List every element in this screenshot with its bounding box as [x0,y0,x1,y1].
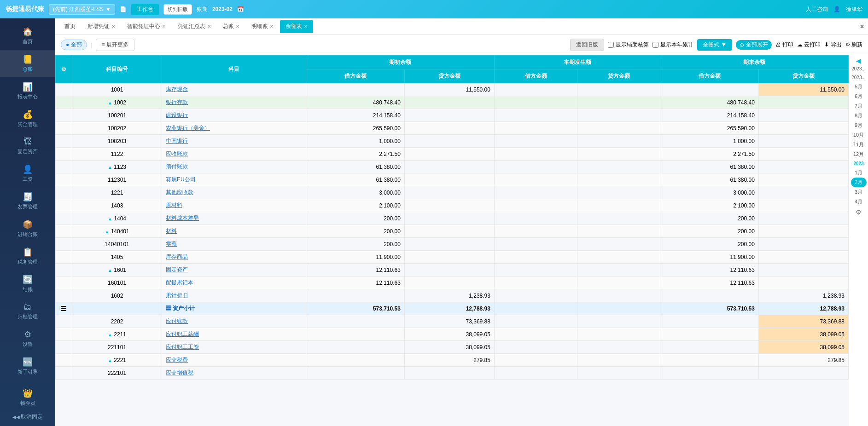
th-settings[interactable]: ⚙ [56,56,72,83]
row-settings[interactable] [56,264,72,276]
print-button[interactable]: 🖨 打印 [775,41,793,49]
sidebar-item-guide[interactable]: 🆕 新手引导 [0,352,55,380]
row-settings[interactable] [56,315,72,328]
close-tab-voucher-summary[interactable]: ✕ [207,24,211,29]
panel-expand-icon[interactable]: ◀ [856,57,861,64]
tab-balance-sheet[interactable]: 余额表 ✕ [280,20,313,33]
row-name[interactable]: 预付账款 [162,161,306,173]
sidebar-item-fixed-assets[interactable]: 🏗 固定资产 [0,132,55,160]
row-settings[interactable] [56,251,72,264]
export-button[interactable]: ⬇ 导出 [824,41,841,49]
all-filter-tag[interactable]: ● 全部 [61,40,87,50]
month-9[interactable]: 9月 [851,121,867,130]
row-name[interactable]: 原材料 [162,199,306,212]
sidebar-item-funds[interactable]: 💰 资金管理 [0,105,55,132]
refresh-button[interactable]: ↻ 刷新 [845,41,862,49]
month-11[interactable]: 11月 [851,140,867,150]
calendar-icon[interactable]: 📅 [237,6,244,12]
row-name[interactable]: 中国银行 [162,135,306,148]
month-6[interactable]: 6月 [851,92,867,101]
month-4[interactable]: 4月 [851,197,867,207]
month-7[interactable]: 7月 [851,101,867,111]
sidebar-item-tax[interactable]: 📋 税务管理 [0,242,55,270]
row-settings[interactable] [56,135,72,148]
back-old-button[interactable]: 返回旧版 [570,39,604,51]
row-settings[interactable]: ☰ [56,302,72,315]
row-name[interactable]: 银行存款 [162,96,306,109]
tab-smart-voucher[interactable]: 智能凭证中心 ✕ [122,20,171,33]
sidebar-item-settlement[interactable]: 🔄 结账 [0,270,55,298]
window-close-button[interactable]: ✕ [860,23,864,30]
user-avatar[interactable]: 👤 [833,6,840,12]
row-settings[interactable] [56,96,72,109]
month-2[interactable]: 2月 [851,178,867,187]
row-settings[interactable] [56,225,72,238]
row-name[interactable]: 雯蕙 [162,238,306,251]
row-settings[interactable] [56,354,72,367]
sidebar-item-payroll[interactable]: 👤 工资 [0,160,55,187]
month-8[interactable]: 8月 [851,111,867,121]
row-settings[interactable] [56,341,72,354]
row-name[interactable]: 应交税费 [162,354,306,367]
tab-new-voucher[interactable]: 新增凭证 ✕ [82,20,121,33]
row-settings[interactable] [56,212,72,225]
show-annual-total-checkbox[interactable] [652,42,658,48]
row-name[interactable]: 累计折旧 [162,289,306,302]
switch-old-button[interactable]: 切到旧版 [163,4,192,15]
company-selector[interactable]: (先前) 江西股圣-LSS ▼ [49,4,115,15]
row-name[interactable]: 材料 [162,225,306,238]
cloud-print-button[interactable]: ☁ 云打印 [797,41,821,49]
doc-icon[interactable]: 📄 [120,6,127,12]
month-10[interactable]: 10月 [851,130,867,140]
row-name[interactable]: 配提累记本 [162,276,306,289]
sidebar-item-settings[interactable]: ⚙ 设置 [0,325,55,352]
close-tab-new-voucher[interactable]: ✕ [111,24,115,29]
row-name[interactable]: 固定资产 [162,264,306,276]
month-12[interactable]: 12月 [851,150,867,159]
month-1[interactable]: 1月 [851,168,867,178]
row-name[interactable]: 应付职工薪酬 [162,328,306,341]
row-name[interactable]: 其他应收款 [162,186,306,199]
close-tab-ledger[interactable]: ✕ [236,24,239,29]
close-tab-balance-sheet[interactable]: ✕ [304,24,308,29]
row-name[interactable]: 赛属EU公司 [162,173,306,186]
row-settings[interactable] [56,238,72,251]
row-name[interactable]: 农业银行（美金） [162,122,306,135]
sidebar-item-invoice[interactable]: 🧾 发票管理 [0,187,55,215]
sidebar-item-home[interactable]: 🏠 首页 [0,22,55,50]
row-name[interactable]: 应交增值税 [162,367,306,380]
sidebar-item-archive[interactable]: 🗂 归档管理 [0,298,55,325]
full-format-button[interactable]: 全账式 ▼ [697,39,732,51]
row-settings[interactable] [56,83,72,96]
row-name[interactable]: 库存现金 [162,83,306,96]
sidebar-item-purchase-sales[interactable]: 📦 进销台账 [0,215,55,242]
row-name[interactable]: 建设银行 [162,109,306,122]
expand-more-button[interactable]: ≡ 展开更多 [96,39,134,51]
row-settings[interactable] [56,367,72,380]
tab-home[interactable]: 首页 [59,20,81,33]
row-settings[interactable] [56,122,72,135]
unpin-button[interactable]: ◀◀ 取消固定 [12,411,43,423]
expand-all-toggle[interactable]: ⊙ 全部展开 [736,40,772,50]
panel-settings-icon[interactable]: ⚙ [856,208,862,216]
row-settings[interactable] [56,109,72,122]
close-tab-smart-voucher[interactable]: ✕ [162,24,166,29]
row-name[interactable]: 应收账款 [162,148,306,161]
row-name[interactable]: 应付职工工资 [162,341,306,354]
row-settings[interactable] [56,199,72,212]
consult-label[interactable]: 人工咨询 [806,6,828,13]
sidebar-item-ledger[interactable]: 📒 总账 [0,50,55,77]
row-settings[interactable] [56,148,72,161]
month-3[interactable]: 3月 [851,187,867,197]
row-name[interactable]: 材料成本差异 [162,212,306,225]
row-settings[interactable] [56,328,72,341]
tab-detail-ledger[interactable]: 明细账 ✕ [246,20,279,33]
tab-voucher-summary[interactable]: 凭证汇总表 ✕ [172,20,216,33]
row-name[interactable]: 应付账款 [162,315,306,328]
sidebar-item-vip[interactable]: 👑 畅会员 [0,384,55,411]
workbench-button[interactable]: 工作台 [131,4,159,15]
row-name[interactable]: 库存商品 [162,251,306,264]
tab-ledger[interactable]: 总账 ✕ [217,20,245,33]
show-auxiliary-checkbox[interactable] [608,42,614,48]
close-tab-detail-ledger[interactable]: ✕ [270,24,274,29]
